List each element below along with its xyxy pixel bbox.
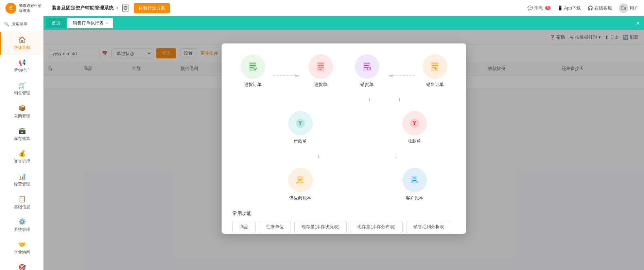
gear-icon: ⚙️ — [18, 218, 26, 226]
payment-icon: ¥ — [294, 117, 307, 129]
receipt-icon: ¥ — [408, 117, 421, 129]
flow-node-purchase-bill[interactable]: 进货单 — [300, 54, 341, 88]
system-title: 装备及固定资产辅助管理系统 — [52, 5, 114, 11]
sidebar-item-finance[interactable]: 💰 资金管理 — [0, 146, 43, 168]
sidebar-search: 🔍 搜索菜单 — [0, 16, 43, 32]
money-icon: 💰 — [18, 150, 26, 157]
trial-button[interactable]: 体验行业方案 — [134, 3, 170, 13]
sales-bill-label: 销货单 — [360, 82, 373, 88]
tab-sales-order[interactable]: 销售订单执行表 × — [67, 18, 113, 28]
down-arrows-row2: ↓ ↓ — [232, 152, 455, 160]
cart-icon: 🛒 — [18, 82, 26, 89]
func-btn-partner[interactable]: 往来单位 — [259, 221, 291, 233]
system-title-dropdown[interactable]: 装备及固定资产辅助管理系统 ▾ — [49, 5, 118, 11]
box-icon: 📦 — [18, 104, 26, 112]
sales-order-label: 销售订单 — [426, 82, 444, 88]
sidebar-item-enterprise[interactable]: 🤝 企业协同 — [0, 237, 43, 259]
supplier-label: 供应商账本 — [289, 195, 311, 201]
megaphone-icon: 📢 — [18, 59, 26, 66]
sidebar-item-sales[interactable]: 🛒 销售管理 — [0, 77, 43, 100]
flow-node-supplier[interactable]: 供应商账本 — [280, 168, 321, 201]
flow-node-payment[interactable]: ¥ 付款单 — [280, 111, 321, 144]
arrow-h1 — [273, 64, 300, 78]
arrow-h2 — [387, 64, 415, 78]
top-right-area: 💬 消息 5 📱 App下载 🎧 在线客服 Ea 用户 — [527, 3, 639, 13]
cabinet-icon: 🗃️ — [18, 127, 26, 134]
sidebar-item-marketing[interactable]: 📢 营销推广 — [0, 55, 43, 77]
sidebar-item-inventory[interactable]: 🗃️ 库存核算 — [0, 123, 43, 146]
payment-circle: ¥ — [288, 111, 313, 136]
purchase-bill-icon — [315, 60, 327, 73]
down-arrow-sales-order: ↓ — [398, 96, 401, 103]
message-btn[interactable]: 💬 消息 5 — [527, 5, 551, 11]
svg-marker-2 — [295, 74, 300, 77]
flow-diagram: 进货订单 — [232, 54, 455, 201]
logo-icon: 6 — [5, 3, 16, 14]
flow-row-1: 进货订单 — [232, 54, 455, 88]
down-arrows-row: ↓ ↓ — [232, 96, 455, 103]
modal-overlay[interactable]: 进货订单 — [43, 30, 644, 270]
svg-marker-7 — [387, 74, 393, 77]
sales-order-icon — [429, 60, 441, 73]
sidebar-item-operation[interactable]: 📊 经营管理 — [0, 168, 43, 191]
target-icon: 🎯 — [18, 264, 26, 270]
customer-label: 客户账本 — [406, 195, 423, 201]
sidebar: 🔍 搜索菜单 🏠 快捷导航 📢 营销推广 🛒 销售管理 📦 采购管理 — [0, 16, 43, 270]
tab-home[interactable]: 首页 — [46, 18, 66, 28]
svg-point-15 — [413, 177, 416, 179]
purchase-order-icon — [247, 60, 259, 73]
func-btn-sales-profit[interactable]: 销售毛利分析表 — [406, 221, 451, 233]
flow-node-customer[interactable]: 客户账本 — [394, 168, 435, 201]
func-btn-product[interactable]: 商品 — [232, 221, 256, 233]
sidebar-item-system[interactable]: ⚙️ 系统管理 — [0, 214, 43, 237]
avatar: Ea — [619, 3, 628, 13]
payment-label: 付款单 — [294, 138, 307, 144]
common-functions-title: 常用功能 — [232, 211, 455, 217]
arrow-right-dashed-icon — [273, 73, 300, 78]
message-icon: 💬 — [527, 5, 533, 11]
down-arrow-sales-bill: ↓ — [368, 96, 371, 103]
tab-close-icon[interactable]: × — [106, 21, 108, 25]
flow-node-sales-bill[interactable]: 销货单 — [347, 54, 387, 88]
purchase-order-label: 进货订单 — [244, 82, 262, 88]
flow-node-sales-order[interactable]: 销售订单 — [415, 54, 455, 88]
logo-text: 畅康通好生意 标准版 — [19, 3, 41, 13]
settings-icon-btn[interactable]: ⚙ — [122, 4, 128, 12]
flow-node-purchase-order[interactable]: 进货订单 — [232, 54, 273, 88]
app-download-btn[interactable]: 📱 App下载 — [557, 5, 581, 11]
clipboard-icon: 📋 — [18, 195, 26, 203]
online-service-btn[interactable]: 🎧 在线客服 — [588, 5, 612, 11]
home-icon: 🏠 — [18, 36, 26, 43]
svg-text:¥: ¥ — [299, 120, 302, 126]
receipt-circle: ¥ — [402, 111, 427, 136]
customer-icon — [408, 174, 421, 186]
sidebar-item-newbie[interactable]: 🎯 新手引导 — [0, 259, 43, 270]
purchase-bill-label: 进货单 — [314, 82, 327, 88]
receipt-label: 收款单 — [408, 138, 421, 144]
sidebar-search-btn[interactable]: 🔍 搜索菜单 — [3, 20, 40, 28]
flow-row-2: ¥ 付款单 — [232, 111, 455, 144]
tab-bar-close-btn[interactable]: ✕ — [634, 19, 641, 28]
func-row-1: 商品 往来单位 现存量(库存状况表) 现存量(库存分布表) 销售毛利分析表 商品… — [232, 221, 455, 234]
modal-dialog: 进货订单 — [222, 43, 466, 234]
svg-rect-8 — [431, 62, 438, 71]
flow-node-receipt[interactable]: ¥ 收款单 — [394, 111, 435, 144]
main-area: 🔍 搜索菜单 🏠 快捷导航 📢 营销推广 🛒 销售管理 📦 采购管理 — [0, 16, 644, 270]
sidebar-item-basic[interactable]: 📋 基础信息 — [0, 191, 43, 214]
purchase-order-circle — [241, 54, 265, 79]
sidebar-item-quick-nav[interactable]: 🏠 快捷导航 — [0, 32, 43, 55]
dropdown-arrow-icon: ▾ — [116, 6, 118, 11]
purchase-bill-circle — [309, 54, 333, 79]
sales-order-circle — [423, 54, 447, 79]
user-area[interactable]: Ea 用户 — [619, 3, 639, 13]
tab-bar: 首页 销售订单执行表 × ✕ — [43, 16, 644, 30]
flow-row-3: 供应商账本 — [232, 168, 455, 201]
chart-icon: 📊 — [18, 173, 26, 180]
func-btn-inventory-dist[interactable]: 现存量(库存分布表) — [350, 221, 403, 233]
func-btn-inventory-status[interactable]: 现存量(库存状况表) — [294, 221, 347, 233]
down-arrow-receipt: ↓ — [395, 152, 398, 160]
sidebar-item-purchase[interactable]: 📦 采购管理 — [0, 100, 43, 123]
arrow-left-dashed-icon — [387, 73, 415, 78]
sales-bill-circle — [355, 54, 379, 79]
content-area: 首页 销售订单执行表 × ✕ ❓ 帮助 🖨 — [43, 16, 644, 270]
